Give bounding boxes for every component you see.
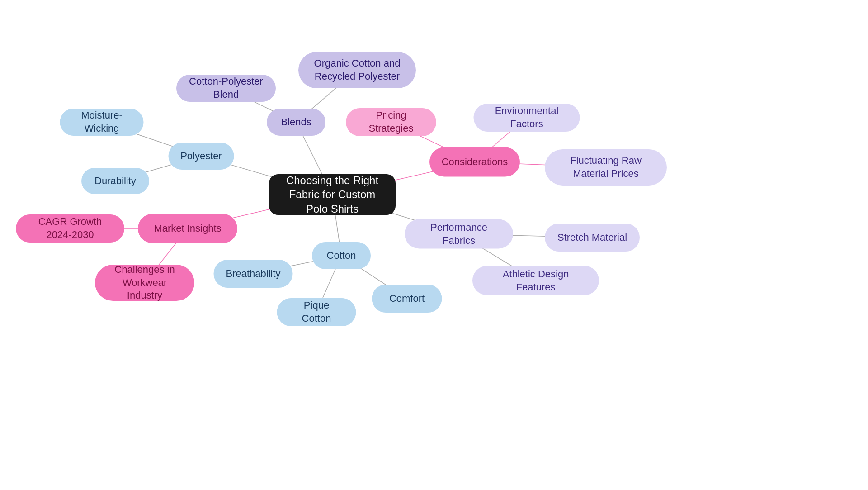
challenges-workwear-node: Challenges in Workwear Industry [95,265,194,301]
fluctuating-raw-material-node: Fluctuating Raw Material Prices [545,149,667,186]
athletic-design-features-node: Athletic Design Features [472,266,599,295]
cotton-polyester-blend-node: Cotton-Polyester Blend [176,75,276,102]
moisture-wicking-node: Moisture-Wicking [60,109,144,136]
considerations-node: Considerations [429,147,520,177]
blends-node: Blends [267,109,326,136]
stretch-material-node: Stretch Material [545,224,640,252]
durability-node: Durability [81,168,149,194]
market-insights-node: Market Insights [138,214,237,243]
comfort-node: Comfort [372,285,442,313]
cagr-growth-node: CAGR Growth 2024-2030 [16,214,124,243]
performance-fabrics-node: Performance Fabrics [405,219,513,249]
pricing-strategies-node: Pricing Strategies [346,108,436,136]
center-node: Choosing the Right Fabric for Custom Pol… [269,174,396,215]
organic-cotton-node: Organic Cotton and Recycled Polyester [298,52,416,88]
polyester-node: Polyester [169,143,234,170]
breathability-node: Breathability [214,260,293,288]
pique-cotton-node: Pique Cotton [277,298,356,326]
cotton-node: Cotton [312,242,371,269]
environmental-factors-node: Environmental Factors [474,104,580,132]
